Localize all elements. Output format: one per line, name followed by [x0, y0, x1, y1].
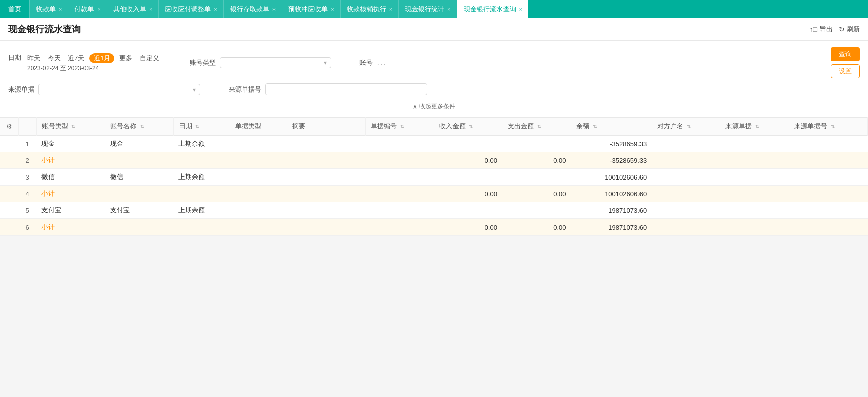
row-expense: 0.00: [502, 219, 571, 236]
table-row: 5 支付宝 支付宝 上期余额 19871073.60: [0, 202, 868, 219]
row-counterpart: [652, 152, 720, 169]
account-more-button[interactable]: ...: [377, 58, 386, 67]
th-counterpart[interactable]: 对方户名 ⇅: [652, 118, 720, 136]
sort-icon: ⇅: [71, 124, 75, 129]
nav-tab-stats[interactable]: 现金银行统计 ×: [398, 0, 456, 18]
nav-home[interactable]: 首页: [0, 0, 29, 18]
th-date[interactable]: 日期 ⇅: [173, 118, 230, 136]
date-shortcut-custom[interactable]: 自定义: [138, 53, 161, 63]
th-expense[interactable]: 支出金额 ⇅: [502, 118, 571, 136]
th-income[interactable]: 收入金额 ⇅: [434, 118, 502, 136]
row-doc-type: [230, 202, 287, 219]
row-doc-no: [366, 169, 434, 186]
th-account-name[interactable]: 账号名称 ⇅: [105, 118, 174, 136]
row-source-doc-no: [789, 152, 868, 169]
row-doc-no: [366, 219, 434, 236]
row-account-name: 现金: [105, 136, 174, 152]
nav-tab-bank-deposit[interactable]: 银行存取款单 ×: [223, 0, 282, 18]
source-doc-no-input[interactable]: [265, 83, 427, 95]
row-income: 0.00: [434, 186, 502, 202]
row-balance: 19871073.60: [571, 202, 652, 219]
row-counterpart: [652, 219, 720, 236]
filter-row-source: 来源单据 ▾ 来源单据号: [8, 83, 860, 95]
row-doc-type: [230, 152, 287, 169]
table-body: 1 现金 现金 上期余额 -3528659.33 2 小计 0.00 0.00 …: [0, 136, 868, 236]
date-shortcut-7days[interactable]: 近7天: [66, 53, 86, 63]
refresh-button[interactable]: ↻ 刷新: [839, 25, 860, 34]
nav-tab-cashflow[interactable]: 现金银行流水查询 ×: [457, 0, 528, 18]
date-shortcut-more[interactable]: 更多: [117, 53, 134, 63]
data-table: ⚙ 账号类型 ⇅ 账号名称 ⇅ 日期 ⇅ 单据类型 摘要: [0, 117, 868, 236]
row-expense: 0.00: [502, 186, 571, 202]
close-icon[interactable]: ×: [519, 6, 522, 12]
source-doc-no-label: 来源单据号: [229, 85, 261, 94]
nav-tab-shoukuan[interactable]: 收款单 ×: [29, 0, 68, 18]
row-source-doc: [720, 186, 789, 202]
th-source-doc[interactable]: 来源单据 ⇅: [720, 118, 789, 136]
row-balance: -3528659.33: [571, 136, 652, 152]
sort-icon: ⇅: [537, 124, 541, 129]
sort-icon: ⇅: [469, 124, 473, 129]
chevron-down-icon: ▾: [324, 59, 327, 66]
nav-tab-prepay[interactable]: 预收冲应收单 ×: [282, 0, 340, 18]
filter-area: 日期 昨天 今天 近7天 近1月 更多 自定义 2023-02-24 至 202…: [0, 41, 868, 117]
row-number: 6: [18, 219, 36, 236]
close-icon[interactable]: ×: [214, 6, 217, 12]
page-title: 现金银行流水查询: [8, 23, 81, 35]
th-source-doc-no[interactable]: 来源单据号 ⇅: [789, 118, 868, 136]
row-counterpart: [652, 202, 720, 219]
row-source-doc-no: [789, 219, 868, 236]
sort-icon: ⇅: [687, 124, 691, 129]
row-number: 3: [18, 169, 36, 186]
row-income: [434, 202, 502, 219]
nav-tab-verify[interactable]: 收款核销执行 ×: [340, 0, 398, 18]
close-icon[interactable]: ×: [149, 6, 152, 12]
th-gear[interactable]: ⚙: [0, 118, 18, 136]
query-button[interactable]: 查询: [831, 47, 860, 61]
row-gear: [0, 202, 18, 219]
nav-tab-fukuan[interactable]: 付款单 ×: [68, 0, 106, 18]
row-source-doc: [720, 219, 789, 236]
row-account-type: 小计: [36, 152, 105, 169]
close-icon[interactable]: ×: [59, 6, 62, 12]
table-row: 2 小计 0.00 0.00 -3528659.33: [0, 152, 868, 169]
date-label: 日期: [8, 53, 21, 62]
nav-tab-adjust[interactable]: 应收应付调整单 ×: [158, 0, 223, 18]
date-shortcut-1month[interactable]: 近1月: [89, 53, 114, 63]
row-expense: [502, 136, 571, 152]
source-doc-select[interactable]: ▾: [38, 84, 200, 95]
row-gear: [0, 219, 18, 236]
date-shortcut-yesterday[interactable]: 昨天: [25, 53, 42, 63]
row-summary: [287, 136, 366, 152]
row-account-type: 支付宝: [36, 202, 105, 219]
settings-button[interactable]: 设置: [831, 64, 860, 78]
row-doc-no: [366, 152, 434, 169]
close-icon[interactable]: ×: [272, 6, 276, 12]
row-counterpart: [652, 186, 720, 202]
row-summary: [287, 219, 366, 236]
th-balance[interactable]: 余额 ⇅: [571, 118, 652, 136]
collapse-bar[interactable]: ∧ 收起更多条件: [8, 100, 860, 113]
th-account-type[interactable]: 账号类型 ⇅: [36, 118, 105, 136]
date-shortcuts: 昨天 今天 近7天 近1月 更多 自定义: [25, 53, 161, 63]
row-doc-no: [366, 186, 434, 202]
row-gear: [0, 136, 18, 152]
nav-tab-other-income[interactable]: 其他收入单 ×: [107, 0, 158, 18]
export-button[interactable]: ↑□ 导出: [810, 25, 833, 34]
row-summary: [287, 186, 366, 202]
chevron-up-icon: ∧: [413, 103, 417, 110]
sort-icon: ⇅: [140, 124, 144, 129]
date-shortcut-today[interactable]: 今天: [45, 53, 63, 63]
row-number: 5: [18, 202, 36, 219]
close-icon[interactable]: ×: [389, 6, 392, 12]
row-doc-type: [230, 186, 287, 202]
close-icon[interactable]: ×: [331, 6, 334, 12]
row-account-name: [105, 152, 174, 169]
row-balance: 100102606.60: [571, 186, 652, 202]
row-account-name: 微信: [105, 169, 174, 186]
close-icon[interactable]: ×: [447, 6, 450, 12]
table-row: 6 小计 0.00 0.00 19871073.60: [0, 219, 868, 236]
account-type-select[interactable]: ▾: [220, 57, 331, 68]
close-icon[interactable]: ×: [97, 6, 100, 12]
th-doc-no[interactable]: 单据编号 ⇅: [366, 118, 434, 136]
